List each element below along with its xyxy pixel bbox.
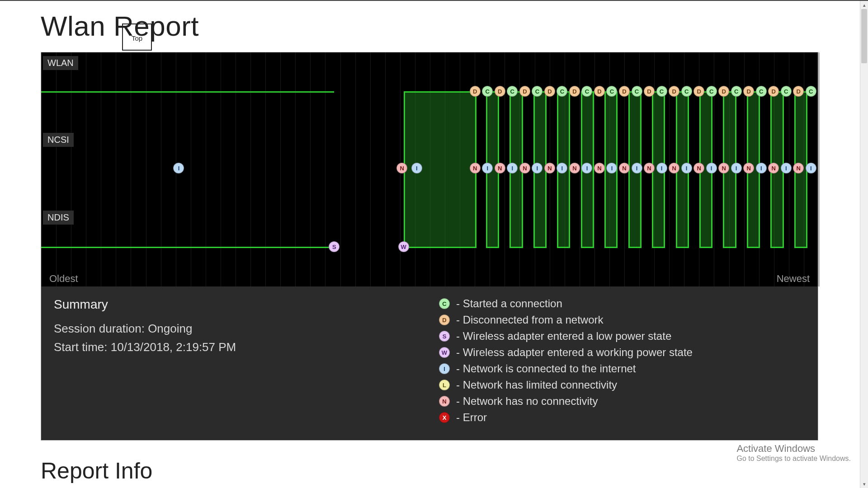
legend-d-icon: D [439,314,450,325]
legend-w-icon: W [439,347,450,358]
event-d-marker[interactable]: D [619,86,630,97]
event-d-marker[interactable]: D [519,86,530,97]
legend-row-n: N - Network has no connectivity [439,395,805,408]
summary-start: Start time: 10/13/2018, 2:19:57 PM [54,340,434,354]
legend-row-w: W - Wireless adapter entered a working p… [439,346,805,359]
page-title: Wlan Report [41,10,827,42]
row-label-wlan: WLAN [43,56,78,70]
legend-row-d: D - Disconnected from a network [439,314,805,326]
event-i-marker[interactable]: I [731,163,742,174]
event-n-marker[interactable]: N [644,163,655,174]
event-d-marker[interactable]: D [693,86,704,97]
event-i-marker[interactable]: I [781,163,792,174]
event-c-marker[interactable]: C [681,86,692,97]
event-n-marker[interactable]: N [396,163,407,174]
event-c-marker[interactable]: C [781,86,792,97]
event-c-marker[interactable]: C [632,86,642,97]
event-i-marker[interactable]: I [681,163,692,174]
legend-row-x: X - Error [439,411,805,424]
event-d-marker[interactable]: D [544,86,555,97]
event-i-marker[interactable]: I [756,163,767,174]
legend-c-text: - Started a connection [456,297,562,310]
axis-label-newest: Newest [777,273,810,285]
event-n-marker[interactable]: N [594,163,605,174]
event-d-marker[interactable]: D [669,86,679,97]
scroll-up-arrow[interactable]: ▴ [860,1,868,9]
event-w-marker[interactable]: W [398,241,409,252]
legend-n-text: - Network has no connectivity [456,395,598,408]
watermark-title: Activate Windows [736,443,851,455]
event-n-marker[interactable]: N [743,163,754,174]
event-n-marker[interactable]: N [519,163,530,174]
event-i-marker[interactable]: I [656,163,667,174]
legend-w-text: - Wireless adapter entered a working pow… [456,346,693,359]
scroll-down-arrow[interactable]: ▾ [860,480,868,488]
summary-duration: Session duration: Ongoing [54,322,434,336]
legend-i-text: - Network is connected to the internet [456,362,636,375]
event-d-marker[interactable]: D [569,86,580,97]
summary-heading: Summary [54,297,434,312]
event-n-marker[interactable]: N [693,163,704,174]
event-c-marker[interactable]: C [706,86,717,97]
report-block: WLAN NCSI NDIS DCDCDCDCDCDCDCDCDCDCDCDCD… [41,52,818,441]
legend-row-l: L - Network has limited connectivity [439,379,805,391]
legend-l-text: - Network has limited connectivity [456,379,617,391]
event-d-marker[interactable]: D [718,86,729,97]
section-report-info: Report Info [41,458,827,484]
summary-panel: Summary Session duration: Ongoing Start … [41,286,818,440]
event-d-marker[interactable]: D [495,86,505,97]
row-label-ndis: NDIS [43,211,74,225]
legend-n-icon: N [439,396,450,407]
event-c-marker[interactable]: C [656,86,667,97]
scroll-thumb[interactable] [861,9,867,63]
timeline-chart[interactable]: WLAN NCSI NDIS DCDCDCDCDCDCDCDCDCDCDCDCD… [41,52,818,286]
legend-row-c: C - Started a connection [439,297,805,310]
watermark-sub: Go to Settings to activate Windows. [736,455,851,463]
event-i-marker[interactable]: I [706,163,717,174]
event-n-marker[interactable]: N [470,163,481,174]
summary-start-label: Start time: [54,340,107,354]
legend-x-text: - Error [456,411,487,424]
legend-l-icon: L [439,380,450,390]
event-i-marker[interactable]: I [411,163,422,174]
legend-row-i: I - Network is connected to the internet [439,362,805,375]
row-label-ncsi: NCSI [43,133,74,147]
legend-c-icon: C [439,298,450,309]
event-d-marker[interactable]: D [644,86,655,97]
legend-s-icon: S [439,331,450,342]
event-n-marker[interactable]: N [544,163,555,174]
legend-row-s: S - Wireless adapter entered a low power… [439,330,805,343]
event-d-marker[interactable]: D [470,86,481,97]
event-n-marker[interactable]: N [669,163,679,174]
axis-label-oldest: Oldest [49,273,78,285]
event-c-marker[interactable]: C [731,86,742,97]
legend-d-text: - Disconnected from a network [456,314,603,326]
event-c-marker[interactable]: C [756,86,767,97]
event-n-marker[interactable]: N [718,163,729,174]
summary-start-value: 10/13/2018, 2:19:57 PM [111,340,236,354]
summary-duration-value: Ongoing [148,322,192,335]
activate-windows-watermark: Activate Windows Go to Settings to activ… [736,443,851,463]
event-c-marker[interactable]: C [806,86,816,97]
event-i-marker[interactable]: I [632,163,642,174]
vertical-scrollbar[interactable]: ▴ ▾ [860,1,868,488]
event-n-marker[interactable]: N [495,163,505,174]
event-d-marker[interactable]: D [743,86,754,97]
legend-s-text: - Wireless adapter entered a low power s… [456,330,671,343]
summary-duration-label: Session duration: [54,322,145,335]
legend-x-icon: X [439,412,450,423]
legend-i-icon: I [439,363,450,374]
event-d-marker[interactable]: D [594,86,605,97]
event-i-marker[interactable]: I [806,163,816,174]
window-top-border [0,0,868,1]
legend: C - Started a connectionD - Disconnected… [434,297,805,427]
event-n-marker[interactable]: N [619,163,630,174]
event-n-marker[interactable]: N [569,163,580,174]
